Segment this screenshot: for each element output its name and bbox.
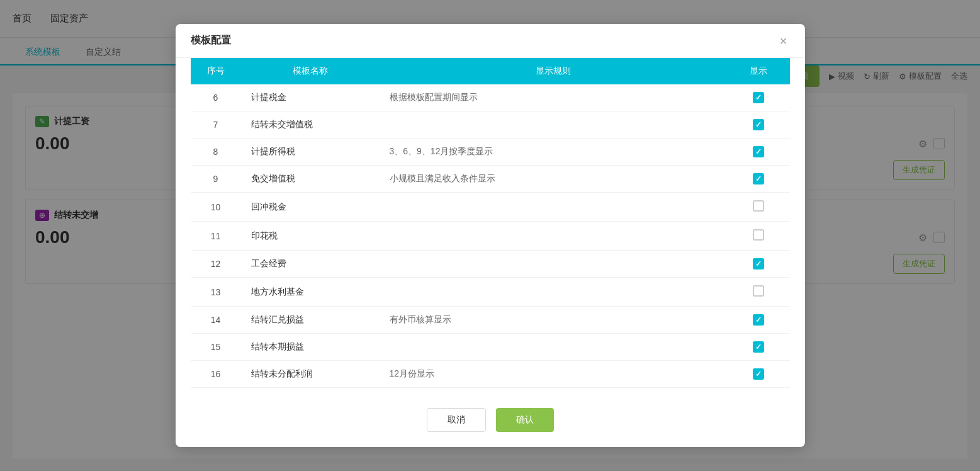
- row-display-rule: [380, 251, 727, 278]
- row-checkbox[interactable]: [753, 368, 764, 380]
- modal-footer: 取消 确认: [176, 398, 805, 447]
- row-display-cell: [727, 111, 790, 139]
- row-display-rule: [380, 111, 727, 139]
- row-display-rule: 12月份显示: [380, 361, 727, 388]
- row-id: 13: [191, 278, 241, 307]
- row-template-name: 计提所得税: [241, 139, 380, 166]
- col-header-rule: 显示规则: [380, 58, 727, 84]
- modal-body: 序号 模板名称 显示规则 显示 6计提税金根据模板配置期间显示7结转未交增值税8…: [176, 58, 805, 398]
- table-row: 6计提税金根据模板配置期间显示: [191, 84, 790, 111]
- table-row: 11印花税: [191, 222, 790, 251]
- row-template-name: 工会经费: [241, 251, 380, 278]
- row-checkbox[interactable]: [753, 92, 764, 103]
- table-row: 8计提所得税3、6、9、12月按季度显示: [191, 139, 790, 166]
- row-display-cell: [727, 251, 790, 278]
- row-display-rule: [380, 278, 727, 307]
- modal-close-button[interactable]: ×: [777, 35, 790, 47]
- row-id: 12: [191, 251, 241, 278]
- row-template-name: 结转未交增值税: [241, 111, 380, 139]
- row-id: 15: [191, 334, 241, 361]
- modal-title: 模板配置: [191, 34, 231, 47]
- row-display-cell: [727, 307, 790, 334]
- col-header-id: 序号: [191, 58, 241, 84]
- row-display-rule: 有外币核算显示: [380, 307, 727, 334]
- row-checkbox[interactable]: [753, 119, 764, 130]
- template-config-modal: 模板配置 × 序号 模板名称 显示规则 显示 6计提税金根据模板配置期间显示7结…: [176, 24, 805, 447]
- row-display-rule: [380, 222, 727, 251]
- table-row: 9免交增值税小规模且满足收入条件显示: [191, 166, 790, 193]
- row-id: 8: [191, 139, 241, 166]
- table-row: 13地方水利基金: [191, 278, 790, 307]
- row-display-rule: 3、6、9、12月按季度显示: [380, 139, 727, 166]
- row-display-cell: [727, 361, 790, 388]
- table-row: 14结转汇兑损益有外币核算显示: [191, 307, 790, 334]
- row-template-name: 免交增值税: [241, 166, 380, 193]
- row-id: 6: [191, 84, 241, 111]
- row-checkbox[interactable]: [753, 146, 764, 157]
- table-row: 10回冲税金: [191, 193, 790, 222]
- table-row: 16结转未分配利润12月份显示: [191, 361, 790, 388]
- row-id: 14: [191, 307, 241, 334]
- confirm-button[interactable]: 确认: [496, 408, 554, 432]
- row-display-rule: [380, 193, 727, 222]
- table-row: 15结转本期损益: [191, 334, 790, 361]
- col-header-name: 模板名称: [241, 58, 380, 84]
- row-display-rule: 小规模且满足收入条件显示: [380, 166, 727, 193]
- row-checkbox[interactable]: [753, 341, 764, 353]
- row-display-cell: [727, 222, 790, 251]
- row-template-name: 回冲税金: [241, 193, 380, 222]
- modal-header: 模板配置 ×: [176, 24, 805, 58]
- table-row: 7结转未交增值税: [191, 111, 790, 139]
- row-template-name: 印花税: [241, 222, 380, 251]
- row-display-rule: 根据模板配置期间显示: [380, 84, 727, 111]
- row-checkbox[interactable]: [753, 173, 764, 184]
- table-row: 12工会经费: [191, 251, 790, 278]
- row-checkbox[interactable]: [753, 314, 764, 326]
- row-template-name: 结转未分配利润: [241, 361, 380, 388]
- row-checkbox[interactable]: [753, 200, 764, 212]
- row-display-cell: [727, 139, 790, 166]
- row-id: 11: [191, 222, 241, 251]
- col-header-display: 显示: [727, 58, 790, 84]
- modal-overlay: 模板配置 × 序号 模板名称 显示规则 显示 6计提税金根据模板配置期间显示7结…: [0, 0, 980, 471]
- row-template-name: 计提税金: [241, 84, 380, 111]
- row-display-cell: [727, 166, 790, 193]
- table-header: 序号 模板名称 显示规则 显示: [191, 58, 790, 84]
- row-checkbox[interactable]: [753, 229, 764, 241]
- row-display-rule: [380, 334, 727, 361]
- row-display-cell: [727, 278, 790, 307]
- row-id: 7: [191, 111, 241, 139]
- row-template-name: 地方水利基金: [241, 278, 380, 307]
- config-table: 序号 模板名称 显示规则 显示 6计提税金根据模板配置期间显示7结转未交增值税8…: [191, 58, 790, 388]
- row-id: 16: [191, 361, 241, 388]
- row-id: 10: [191, 193, 241, 222]
- row-checkbox[interactable]: [753, 258, 764, 270]
- cancel-button[interactable]: 取消: [427, 408, 486, 432]
- row-template-name: 结转汇兑损益: [241, 307, 380, 334]
- row-display-cell: [727, 334, 790, 361]
- row-template-name: 结转本期损益: [241, 334, 380, 361]
- row-checkbox[interactable]: [753, 285, 764, 297]
- row-id: 9: [191, 166, 241, 193]
- row-display-cell: [727, 84, 790, 111]
- row-display-cell: [727, 193, 790, 222]
- table-body: 6计提税金根据模板配置期间显示7结转未交增值税8计提所得税3、6、9、12月按季…: [191, 84, 790, 388]
